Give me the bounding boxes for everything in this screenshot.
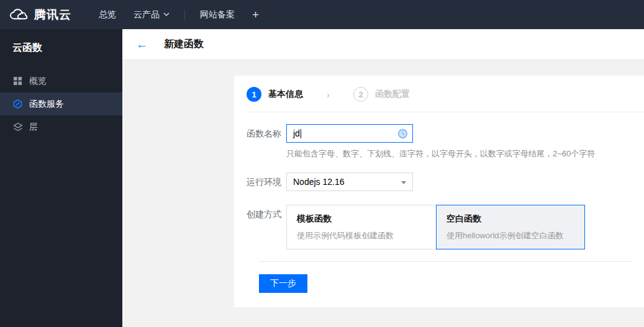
step-1-label: 基本信息 xyxy=(268,89,303,100)
nav-divider xyxy=(184,9,185,20)
create-function-card: 1 基本信息 › 2 函数配置 函数名称 jd xyxy=(234,76,644,307)
function-name-hint: 只能包含字母、数字、下划线、连字符，以字母开头，以数字或字母结尾，2~60个字符 xyxy=(286,148,632,159)
content-area: 1 基本信息 › 2 函数配置 函数名称 jd xyxy=(122,60,644,327)
sidebar-item-label: 概览 xyxy=(29,76,47,87)
option-blank-function[interactable]: 空白函数 使用helloworld示例创建空白函数 xyxy=(436,205,585,249)
brand-name: 腾讯云 xyxy=(34,7,71,23)
layers-icon xyxy=(12,122,23,132)
page-header: ← 新建函数 xyxy=(122,29,644,60)
page-title: 新建函数 xyxy=(164,38,204,51)
grid-icon xyxy=(12,76,23,86)
add-tab-button[interactable]: + xyxy=(243,8,268,22)
next-step-button[interactable]: 下一步 xyxy=(259,274,307,293)
cloud-logo-icon xyxy=(9,7,29,22)
back-arrow-icon[interactable]: ← xyxy=(136,38,148,50)
sidebar-item-function-service[interactable]: 函数服务 xyxy=(0,92,122,115)
runtime-row: 运行环境 Nodejs 12.16 xyxy=(247,172,632,191)
sidebar-title: 云函数 xyxy=(0,29,122,55)
top-navbar: 腾讯云 总览 云产品 网站备案 + xyxy=(0,0,644,29)
sidebar: 云函数 概览 函数服务 xyxy=(0,29,122,327)
step-2-label: 函数配置 xyxy=(375,89,410,100)
function-name-input[interactable]: jd xyxy=(286,124,413,143)
dropdown-arrow-icon xyxy=(401,181,406,184)
step-indicator: 1 基本信息 › 2 函数配置 xyxy=(234,76,644,102)
creation-method-label: 创建方式 xyxy=(247,205,286,223)
clock-icon xyxy=(397,128,409,142)
option-template-function[interactable]: 模板函数 使用示例代码模板创建函数 xyxy=(286,205,437,249)
footer-divider xyxy=(259,261,632,262)
chevron-down-icon xyxy=(163,12,170,17)
sidebar-item-label: 函数服务 xyxy=(29,99,64,110)
nav-item-icp-filing[interactable]: 网站备案 xyxy=(191,0,243,29)
function-name-value: jd xyxy=(293,128,300,138)
text-caret xyxy=(301,129,301,138)
runtime-label: 运行环境 xyxy=(247,172,286,191)
nav-item-cloud-products[interactable]: 云产品 xyxy=(125,0,178,29)
chevron-right-icon: › xyxy=(327,89,330,100)
runtime-select[interactable]: Nodejs 12.16 xyxy=(286,172,413,191)
step-2-circle: 2 xyxy=(353,87,368,102)
sidebar-item-label: 层 xyxy=(29,122,38,133)
sidebar-item-overview[interactable]: 概览 xyxy=(0,69,122,92)
creation-method-row: 创建方式 模板函数 使用示例代码模板创建函数 空白函数 使用helloworld… xyxy=(247,205,632,249)
function-name-row: 函数名称 jd xyxy=(247,124,632,143)
hexagon-function-icon xyxy=(12,99,23,109)
sidebar-item-layers[interactable]: 层 xyxy=(0,115,122,138)
runtime-value: Nodejs 12.16 xyxy=(293,177,345,187)
step-1-circle: 1 xyxy=(247,87,261,102)
tencent-cloud-logo[interactable]: 腾讯云 xyxy=(9,7,71,23)
function-name-label: 函数名称 xyxy=(247,124,286,143)
nav-item-overview[interactable]: 总览 xyxy=(90,0,125,29)
